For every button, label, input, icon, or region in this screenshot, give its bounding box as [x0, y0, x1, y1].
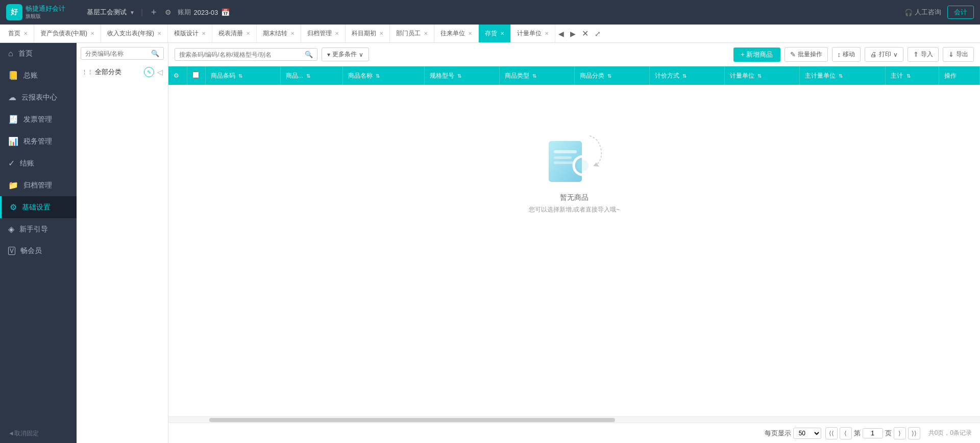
tab-subject[interactable]: 科目期初 ✕ [346, 25, 390, 43]
col-main-count[interactable]: 主计 ⇅ [886, 66, 939, 85]
calendar-icon[interactable]: 📅 [221, 8, 230, 16]
category-search-input[interactable] [85, 50, 151, 57]
sort-icon: ⇅ [757, 73, 762, 79]
first-page-button[interactable]: ⟨⟨ [825, 427, 838, 439]
filter-icon: ▾ [327, 51, 330, 58]
close-tab-icon[interactable]: ✕ [157, 31, 161, 36]
close-tab-icon[interactable]: ✕ [290, 31, 295, 36]
col-type[interactable]: 商品类型 ⇅ [499, 66, 574, 85]
sort-icon: ⇅ [839, 73, 843, 79]
page-size-selector[interactable]: 每页显示 50 10 20 100 [765, 428, 821, 439]
page-size-select[interactable]: 50 10 20 100 [793, 428, 821, 439]
close-tab-icon[interactable]: ✕ [246, 31, 250, 36]
col-name[interactable]: 商品名称 ⇅ [342, 66, 424, 85]
grid-icon: ⋮⋮ [82, 69, 93, 76]
move-button[interactable]: ↕ 移动 [832, 47, 861, 62]
close-tab-icon[interactable]: ✕ [23, 31, 28, 36]
sidebar-item-guide[interactable]: ◈ 新手引导 [0, 218, 77, 240]
tab-unit[interactable]: 计量单位 ✕ [511, 25, 555, 43]
select-all-checkbox[interactable] [192, 72, 199, 78]
toolbar: 🔍 ▾ 更多条件 ∨ + 新增商品 ✎ 批量操作 [168, 43, 980, 66]
col-barcode[interactable]: 商品条码 ⇅ [205, 66, 280, 85]
next-page-button[interactable]: ⟩ [894, 427, 906, 439]
export-button[interactable]: ⇓ 导出 [943, 47, 974, 62]
close-tab-icon[interactable]: ✕ [90, 31, 94, 36]
close-tab-icon[interactable]: ✕ [202, 31, 206, 36]
col-main-unit[interactable]: 主计量单位 ⇅ [800, 66, 886, 85]
sidebar-item-home[interactable]: ⌂ 首页 [0, 43, 77, 64]
tab-income[interactable]: 收入支出表(年报) ✕ [101, 25, 168, 43]
guide-icon: ◈ [8, 224, 14, 234]
collapse-panel-button[interactable]: ◁ [157, 67, 163, 77]
col-spec[interactable]: 规格型号 ⇅ [424, 66, 499, 85]
maximize-button[interactable]: ⤢ [592, 25, 604, 43]
cancel-fixed-button[interactable]: ◄取消固定 [0, 424, 77, 443]
close-tab-icon[interactable]: ✕ [424, 31, 428, 36]
page-number-input[interactable] [863, 428, 883, 438]
sidebar: ⌂ 首页 📒 总账 ☁ 云报表中心 🧾 发票管理 📊 税务管理 ✓ 结账 📁 归… [0, 43, 77, 443]
tab-dept[interactable]: 部门员工 ✕ [390, 25, 434, 43]
category-all-header[interactable]: ⋮⋮ 全部分类 ✎ ◁ [77, 64, 168, 80]
empty-subtitle: 您可以选择新增,或者直接导入哦~ [529, 205, 620, 214]
tab-period-transfer[interactable]: 期末结转 ✕ [257, 25, 301, 43]
company-selector[interactable]: 基层工会测试 ▼ [87, 8, 135, 17]
search-icon[interactable]: 🔍 [151, 50, 159, 57]
tab-archive[interactable]: 归档管理 ✕ [301, 25, 346, 43]
product-search-input[interactable] [179, 51, 305, 58]
category-search-box[interactable]: 🔍 [81, 47, 164, 60]
sidebar-item-ledger[interactable]: 📒 总账 [0, 64, 77, 86]
import-icon: ⇑ [913, 51, 919, 58]
last-page-button[interactable]: ⟩⟩ [908, 427, 920, 439]
col-settings[interactable]: ⚙ [168, 66, 187, 85]
sidebar-item-close[interactable]: ✓ 结账 [0, 152, 77, 174]
import-button[interactable]: ⇑ 导入 [908, 47, 939, 62]
product-search-icon[interactable]: 🔍 [305, 51, 313, 58]
sidebar-item-tax[interactable]: 📊 税务管理 [0, 130, 77, 152]
sidebar-item-archive[interactable]: 📁 归档管理 [0, 174, 77, 196]
sidebar-item-settings[interactable]: ⚙ 基础设置 [0, 196, 77, 218]
print-button[interactable]: 🖨 打印 ∨ [865, 47, 903, 62]
move-icon: ↕ [838, 51, 841, 58]
tab-balance-sheet[interactable]: 资产负债表(中期) ✕ [34, 25, 101, 43]
page-navigation: ⟨⟨ ⟨ 第 页 ⟩ ⟩⟩ [825, 427, 920, 439]
close-period-icon: ✓ [8, 158, 15, 168]
sidebar-item-invoice[interactable]: 🧾 发票管理 [0, 108, 77, 130]
prev-page-button[interactable]: ⟨ [840, 427, 852, 439]
col-category[interactable]: 商品分类 ⇅ [574, 66, 649, 85]
category-panel: 🔍 ⋮⋮ 全部分类 ✎ ◁ [77, 43, 168, 443]
tab-contacts[interactable]: 往来单位 ✕ [434, 25, 479, 43]
edit-category-button[interactable]: ✎ [144, 67, 154, 77]
tax-icon: 📊 [8, 136, 18, 146]
tab-inventory[interactable]: 存货 ✕ [479, 25, 511, 43]
col-checkbox[interactable] [187, 66, 205, 85]
tab-next-button[interactable]: ▶ [567, 25, 579, 43]
close-tab-icon[interactable]: ✕ [545, 31, 549, 36]
tab-template[interactable]: 模版设计 ✕ [168, 25, 212, 43]
settings-icon[interactable]: ⚙ [163, 8, 174, 16]
filter-button[interactable]: ▾ 更多条件 ∨ [322, 48, 369, 61]
tab-home[interactable]: 首页 ✕ [2, 25, 34, 43]
close-all-tabs-button[interactable]: ✕ [579, 25, 592, 43]
col-price-method[interactable]: 计价方式 ⇅ [649, 66, 724, 85]
total-info: 共0页，0条记录 [928, 429, 972, 437]
add-product-button[interactable]: + 新增商品 [733, 48, 780, 62]
tab-tax[interactable]: 税表清册 ✕ [212, 25, 257, 43]
horizontal-scrollbar[interactable] [168, 416, 980, 423]
col-unit[interactable]: 计量单位 ⇅ [725, 66, 800, 85]
sidebar-item-member[interactable]: V 畅会员 [0, 240, 77, 262]
batch-operation-button[interactable]: ✎ 批量操作 [785, 47, 828, 62]
close-tab-icon[interactable]: ✕ [500, 31, 504, 36]
add-tab-button[interactable]: + [149, 7, 159, 18]
support-button[interactable]: 🎧 人工咨询 [904, 8, 941, 17]
close-tab-icon[interactable]: ✕ [468, 31, 472, 36]
category-action-icons: ✎ ◁ [144, 67, 163, 77]
batch-icon: ✎ [790, 51, 796, 58]
close-tab-icon[interactable]: ✕ [379, 31, 383, 36]
sidebar-item-reports[interactable]: ☁ 云报表中心 [0, 86, 77, 108]
tab-prev-button[interactable]: ◀ [555, 25, 567, 43]
close-tab-icon[interactable]: ✕ [335, 31, 339, 36]
logo-icon: 好 [6, 4, 22, 20]
account-button[interactable]: 会计 [947, 6, 974, 19]
col-code[interactable]: 商品... ⇅ [280, 66, 342, 85]
product-search-bar[interactable]: 🔍 [175, 48, 317, 61]
